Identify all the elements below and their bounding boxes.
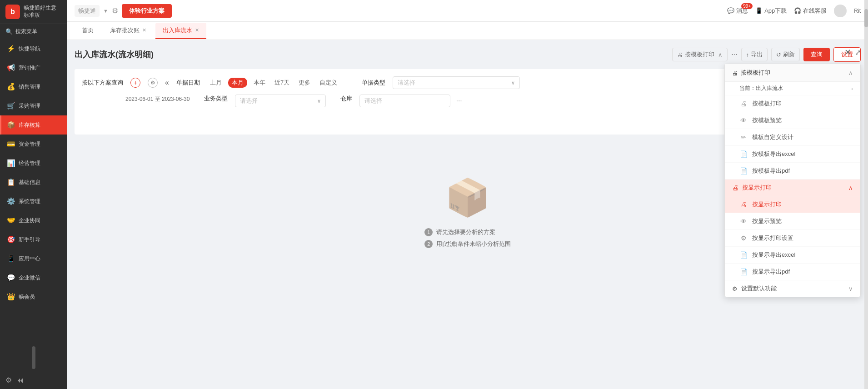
filter-setting-btn[interactable]: ⚙ — [148, 78, 158, 88]
print-dropdown-panel: 🖨 按模板打印 ∧ 当前：出入库流水 › 🖨 按模板打印 — [724, 64, 861, 297]
filter-doc-type-value: 请选择 — [398, 79, 415, 87]
dropdown-current-chevron: › — [851, 86, 853, 91]
app-logo-icon: b — [5, 5, 20, 19]
sidebar-item-label: 营销推广 — [19, 64, 40, 72]
sidebar-item-purchase[interactable]: 🛒 采购管理 — [0, 96, 67, 115]
sidebar-item-system[interactable]: ⚙️ 系统管理 — [0, 192, 67, 211]
refresh-label: 刷新 — [783, 50, 795, 59]
sidebar-item-label: 系统管理 — [19, 198, 40, 205]
dropdown-item-template-preview[interactable]: 👁 按模板预览 — [725, 112, 860, 129]
sidebar-item-label: 快捷导航 — [19, 45, 40, 53]
sidebar-item-marketing[interactable]: 📢 营销推广 — [0, 58, 67, 77]
filter-doc-type-select[interactable]: 请选择 ∨ — [393, 76, 520, 89]
tab-batch[interactable]: 库存批次账 ✕ — [103, 23, 154, 39]
tab-home[interactable]: 首页 — [75, 23, 101, 39]
search-icon: 🔍 — [5, 28, 13, 35]
sidebar-item-basic[interactable]: 📋 基础信息 — [0, 173, 67, 192]
display-preview-icon: 👁 — [739, 218, 748, 225]
sidebar-item-quick-nav[interactable]: ⚡ 快捷导航 — [0, 39, 67, 58]
empty-step-1: 1 请先选择要分析的方案 — [424, 228, 510, 236]
sidebar-item-label: 畅会员 — [19, 293, 35, 301]
template-excel-icon: 📄 — [739, 150, 748, 158]
doc-type-chevron-icon: ∨ — [511, 80, 515, 86]
filter-query-label: 按以下方案查询 — [82, 79, 123, 87]
dropdown-item-template-excel[interactable]: 📄 按模板导出excel — [725, 146, 860, 163]
date-shortcut-7days[interactable]: 近7天 — [272, 78, 292, 88]
sidebar-item-label: 库存核算 — [19, 121, 40, 129]
refresh-btn[interactable]: ↺ 刷新 — [771, 48, 800, 61]
sidebar-item-appcenter[interactable]: 📱 应用中心 — [0, 249, 67, 268]
dropdown-item-display-print[interactable]: 🖨 按显示打印 — [725, 196, 860, 213]
right-scrollbar[interactable] — [864, 0, 868, 389]
empty-step-2: 2 用[过滤]条件来缩小分析范围 — [424, 240, 510, 248]
dropdown-item-display-settings[interactable]: ⚙ 按显示打印设置 — [725, 230, 860, 247]
tab-flow-close[interactable]: ✕ — [195, 27, 199, 33]
date-shortcut-last-month[interactable]: 上月 — [207, 78, 224, 88]
business-type-value: 请选择 — [240, 97, 258, 105]
sidebar-item-wechat[interactable]: 💬 企业微信 — [0, 268, 67, 287]
page-title: 出入库流水(流水明细) — [75, 49, 154, 60]
refresh-icon: ↺ — [776, 51, 781, 58]
date-shortcut-this-year[interactable]: 本年 — [251, 78, 268, 88]
query-btn[interactable]: 查询 — [803, 48, 830, 61]
dropdown-item-template-print[interactable]: 🖨 按模板打印 — [725, 95, 860, 112]
topbar-gear-icon[interactable]: ⚙ — [112, 6, 118, 15]
display-section-label: 按显示打印 — [742, 184, 772, 192]
template-preview-icon: 👁 — [739, 117, 748, 124]
filter-add-btn[interactable]: + — [130, 78, 140, 88]
sidebar-item-label: 企业微信 — [19, 274, 40, 282]
warehouse-more-btn[interactable]: ··· — [456, 97, 462, 105]
sidebar-nav: ⚡ 快捷导航 📢 营销推广 💰 销售管理 🛒 采购管理 📦 库存核算 💳 资金管… — [0, 39, 67, 344]
export-label: 导出 — [751, 50, 763, 59]
settings-icon[interactable]: ⚙ — [5, 376, 12, 384]
more-dots-btn[interactable]: ··· — [731, 50, 737, 59]
filter-gear-icon: ⚙ — [150, 80, 155, 86]
dropdown-current-sub[interactable]: 当前：出入库流水 › — [725, 82, 860, 95]
trial-btn[interactable]: 体验行业方案 — [122, 4, 172, 18]
tab-home-label: 首页 — [82, 26, 94, 35]
dropdown-section-display[interactable]: 🖨 按显示打印 ∧ — [725, 180, 860, 196]
topbar-message[interactable]: 💬 消息 99+ — [727, 7, 748, 15]
topbar-app-download[interactable]: 📱 App下载 — [755, 7, 787, 15]
sidebar-item-enterprise[interactable]: 🤝 企业协同 — [0, 211, 67, 230]
dropdown-item-display-pdf[interactable]: 📄 按显示导出pdf — [725, 264, 860, 280]
tab-flow[interactable]: 出入库流水 ✕ — [155, 23, 206, 39]
dropdown-footer[interactable]: ⚙ 设置默认功能 ∨ — [725, 280, 860, 297]
filter-warehouse-select[interactable]: 请选择 — [359, 95, 450, 107]
sidebar-item-sales[interactable]: 💰 销售管理 — [0, 77, 67, 96]
dropdown-item-template-pdf[interactable]: 📄 按模板导出pdf — [725, 163, 860, 180]
sidebar-item-member[interactable]: 👑 畅会员 — [0, 287, 67, 306]
tab-batch-label: 库存批次账 — [110, 26, 140, 35]
date-shortcut-this-month[interactable]: 本月 — [228, 78, 247, 88]
sidebar-item-finance[interactable]: 💳 资金管理 — [0, 135, 67, 154]
dropdown-item-display-excel[interactable]: 📄 按显示导出excel — [725, 247, 860, 264]
app-icon: 📱 — [755, 7, 763, 14]
export-btn[interactable]: ↑ 导出 — [741, 48, 768, 61]
tab-bar: 首页 库存批次账 ✕ 出入库流水 ✕ — [67, 22, 868, 40]
dropdown-item-template-custom[interactable]: ✏ 模板自定义设计 — [725, 129, 860, 146]
dropdown-header[interactable]: 🖨 按模板打印 ∧ — [725, 64, 860, 82]
topbar-chevron-icon: ▼ — [103, 8, 108, 14]
sidebar-bottom: ⚙ ⏮ — [0, 371, 67, 389]
sidebar-item-guide[interactable]: 🎯 新手引导 — [0, 230, 67, 249]
date-shortcut-more[interactable]: 更多 — [296, 78, 313, 88]
topbar-service[interactable]: 🎧 在线客服 — [794, 7, 827, 15]
topbar: 畅捷通 ▼ ⚙ 体验行业方案 💬 消息 99+ 📱 App下载 🎧 在线客服 R… — [67, 0, 868, 22]
print-template-chevron: ∧ — [718, 51, 723, 58]
service-icon: 🎧 — [794, 7, 801, 14]
guide-icon: 🎯 — [7, 235, 15, 244]
tab-batch-close[interactable]: ✕ — [142, 27, 146, 33]
collapse-sidebar-icon[interactable]: ⏮ — [16, 376, 24, 384]
sidebar-search[interactable]: 🔍 搜索菜单 — [0, 24, 67, 39]
sidebar-item-inventory[interactable]: 📦 库存核算 — [0, 115, 67, 135]
date-shortcut-custom[interactable]: 自定义 — [317, 78, 340, 88]
filter-collapse-btn[interactable]: « — [165, 79, 169, 87]
sidebar-logo: b 畅捷通好生意 标准版 — [0, 0, 67, 24]
page-expand-btn[interactable]: ⤢ — [855, 48, 861, 57]
page-close-btn[interactable]: ✕ — [844, 47, 851, 57]
filter-business-type-select[interactable]: 请选择 ∨ — [235, 95, 326, 107]
print-template-btn[interactable]: 🖨 按模板打印 ∧ — [672, 48, 728, 61]
filter-warehouse-label: 仓库 — [340, 95, 352, 103]
sidebar-item-operation[interactable]: 📊 经营管理 — [0, 154, 67, 173]
dropdown-item-display-preview[interactable]: 👁 按显示预览 — [725, 213, 860, 230]
